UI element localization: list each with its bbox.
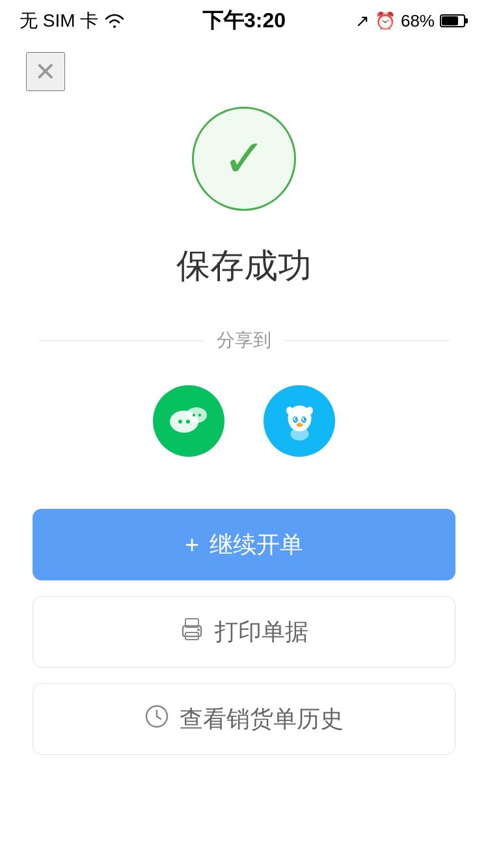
status-bar: 无 SIM 卡 下午3:20 ↗ ⏰ 68%: [0, 0, 488, 42]
svg-point-15: [303, 418, 305, 419]
share-label: 分享到: [204, 328, 284, 353]
share-icons-container: [153, 385, 335, 457]
success-title: 保存成功: [176, 243, 312, 289]
status-left: 无 SIM 卡: [20, 8, 124, 33]
battery-label: 68%: [401, 11, 435, 31]
svg-point-8: [198, 413, 200, 416]
location-icon: ↗: [355, 11, 370, 31]
checkmark-icon: ✓: [223, 133, 266, 185]
continue-button[interactable]: + 继续开单: [33, 509, 455, 580]
print-label: 打印单据: [215, 616, 308, 648]
plus-icon: +: [185, 531, 199, 559]
qq-icon: [282, 400, 318, 442]
svg-point-17: [290, 427, 308, 441]
svg-point-6: [186, 420, 190, 424]
print-icon: [180, 618, 204, 646]
alarm-icon: ⏰: [375, 11, 396, 31]
svg-point-16: [296, 423, 303, 427]
svg-point-7: [192, 413, 195, 416]
battery-icon: [440, 14, 468, 28]
main-content: ✓ 保存成功 分享到: [0, 42, 488, 755]
share-divider: 分享到: [0, 328, 488, 353]
qq-share-button[interactable]: [264, 385, 335, 457]
close-button[interactable]: ✕: [26, 52, 65, 91]
svg-rect-1: [465, 18, 468, 23]
history-icon: [144, 704, 169, 735]
carrier-label: 无 SIM 卡: [20, 8, 98, 33]
history-button[interactable]: 查看销货单历史: [33, 683, 455, 755]
svg-point-23: [197, 629, 200, 631]
divider-line-right: [284, 340, 449, 341]
print-button[interactable]: 打印单据: [33, 596, 455, 668]
continue-label: 继续开单: [210, 529, 303, 561]
divider-line-left: [39, 340, 204, 341]
success-circle: ✓: [192, 107, 296, 211]
svg-point-18: [286, 407, 293, 414]
wechat-icon: [168, 403, 210, 439]
svg-point-14: [295, 418, 296, 419]
status-right: ↗ ⏰ 68%: [355, 11, 468, 31]
svg-point-5: [178, 420, 182, 424]
svg-point-19: [306, 407, 313, 414]
svg-rect-2: [442, 16, 458, 25]
history-label: 查看销货单历史: [180, 703, 344, 735]
wifi-icon: [105, 14, 124, 28]
close-icon: ✕: [34, 59, 57, 85]
status-time: 下午3:20: [202, 7, 286, 35]
action-buttons: + 继续开单 打印单据 查看销货单历史: [0, 509, 488, 755]
wechat-share-button[interactable]: [153, 385, 224, 457]
